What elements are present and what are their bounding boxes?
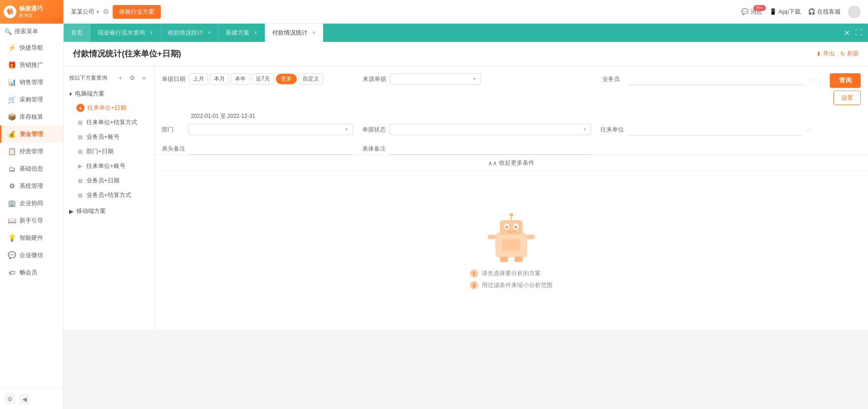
solution-item-label-4: 往来单位+账号 [86,162,125,170]
collapse-btn[interactable]: ∧∧ 收起更多条件 [488,159,534,167]
solution-item-counterpart-settlement[interactable]: ▦ 往来单位+结算方式 [64,115,154,130]
guide-icon: 📖 [8,217,16,225]
online-service-label: 在线客服 [817,8,841,16]
sidebar-item-sales[interactable]: 📊 销售管理 [0,74,63,91]
collapse-icon: ∧∧ [488,160,497,167]
trial-btn[interactable]: 体验行业方案 [113,5,161,19]
date-btn-this-month[interactable]: 本月 [210,73,229,85]
filter-head-note-item: 表头备注 [162,143,353,155]
sidebar-search-label: 搜索菜单 [15,27,38,35]
tab-close-all-btn[interactable]: ✕ [842,29,852,37]
solution-item-dept-date[interactable]: ▦ 部门+日期 [64,144,154,159]
sidebar-item-hardware[interactable]: 💡 智能硬件 [0,229,63,247]
solution-desktop-header[interactable]: ▾ 电脑端方案 [64,87,154,101]
sidebar-item-purchase[interactable]: 🛒 采购管理 [0,91,63,108]
filter-settings-btn[interactable]: 设置 [833,91,861,105]
solution-add-btn[interactable]: + [116,73,125,82]
head-note-input[interactable] [189,143,353,155]
sidebar-item-inventory[interactable]: 📦 库存核算 [0,108,63,126]
counterpart-input[interactable] [628,124,802,136]
wechat-icon: 💬 [8,251,16,259]
date-range-text: 2022-01-01 至 2022-12-31 [191,113,255,119]
query-btn[interactable]: 查询 [830,73,861,88]
sidebar-item-basic[interactable]: 🗂 基础信息 [0,160,63,177]
body-note-input[interactable] [389,143,592,155]
solution-item-label-6: 业务员+结算方式 [86,191,131,199]
solution-item-staff-account[interactable]: ▦ 业务员+账号 [64,130,154,144]
date-btn-7days[interactable]: 近7天 [252,73,274,85]
sidebar-settings-icon: ⚙ [7,396,13,403]
tab-collection[interactable]: 收款情况统计 × [160,24,219,42]
sidebar-item-operation[interactable]: 📋 经营管理 [0,143,63,160]
tab-new-plan-close[interactable]: × [254,30,257,36]
marketing-label: 营销推广 [20,61,43,69]
sidebar-item-enterprise[interactable]: 🏢 企业协同 [0,195,63,212]
wechat-label: 企业微信 [20,251,43,259]
dept-select[interactable]: ▾ [188,124,353,135]
app-name-block: 畅捷通巧 标准版 [19,5,43,19]
solution-mobile-label: 移动端方案 [76,207,106,215]
tab-payment[interactable]: 付款情况统计 × [265,24,323,42]
collapse-label: 收起更多条件 [499,159,534,167]
date-label: 单据日期 [162,75,185,83]
sidebar-item-capital[interactable]: 💰 资金管理 [0,126,63,143]
sidebar-settings-btn[interactable]: ⚙ [5,394,15,404]
sidebar-item-member[interactable]: 🏷 畅会员 [0,264,63,281]
enterprise-icon: 🏢 [8,199,16,207]
tab-collection-label: 收款情况统计 [168,29,203,37]
tab-home[interactable]: 首页 [64,24,90,42]
solution-mobile-group[interactable]: ▶ 移动端方案 [64,204,154,218]
svg-point-4 [505,226,508,228]
staff-more-icon[interactable]: ··· [808,76,813,83]
user-avatar[interactable] [848,5,861,18]
message-btn[interactable]: 💬 消息 99+ [741,8,762,16]
empty-hints: 1 请先选择要分析的方案 2 用过滤条件来缩小分析范围 [470,269,553,289]
app-download-icon: 📱 [769,8,777,15]
date-btn-more[interactable]: 更多 [276,74,297,84]
guide-label: 新手引导 [20,217,43,225]
sidebar-item-marketing[interactable]: 🎁 营销推广 [0,56,63,74]
tab-spacer [323,24,838,42]
tab-payment-close[interactable]: × [312,30,315,36]
chevron-right-icon: ▶ [69,208,74,215]
sidebar-item-system[interactable]: ⚙ 系统管理 [0,177,63,195]
enterprise-label: 企业协同 [20,199,43,207]
sidebar-item-wechat[interactable]: 💬 企业微信 [0,247,63,264]
solution-item-staff-settlement[interactable]: ▦ 业务员+结算方式 [64,188,154,202]
solution-item-icon-3: ▦ [76,148,84,155]
solution-collapse-btn[interactable]: « [140,73,149,82]
collapse-bar: ∧∧ 收起更多条件 [155,155,868,171]
tab-collection-close[interactable]: × [208,30,211,36]
filter-dept-item: 部门 ▾ [162,124,353,135]
refresh-btn[interactable]: ↻ 刷新 [840,50,859,58]
export-btn[interactable]: ⬆ 导出 [816,50,835,58]
company-selector[interactable]: 某某公司 ▾ [71,8,99,16]
date-btn-this-year[interactable]: 本年 [231,73,250,85]
solution-item-icon-1: ▦ [76,119,84,126]
tab-cash-flow-close[interactable]: × [150,30,153,36]
solution-active-circle: ● [76,104,85,112]
tab-expand-btn[interactable]: ⛶ [853,29,864,37]
sidebar-item-guide[interactable]: 📖 新手引导 [0,212,63,229]
tab-cash-flow[interactable]: 现金银行流水查询 × [90,24,160,42]
sidebar: 畅 畅捷通巧 标准版 🔍 搜索菜单 ⚡ 快捷导航 🎁 营销推广 📊 销售管理 🛒… [0,0,64,409]
counterpart-more-icon[interactable]: ··· [806,126,811,133]
app-download-btn[interactable]: 📱 App下载 [769,8,801,16]
sidebar-item-quick-nav[interactable]: ⚡ 快捷导航 [0,39,63,56]
solution-settings-btn[interactable]: ⚙ [128,73,137,82]
source-select[interactable]: ▾ [390,73,481,85]
staff-input[interactable] [629,73,805,85]
tab-new-plan[interactable]: 新建方案 × [219,24,265,42]
sidebar-collapse-btn[interactable]: ◀ [19,394,30,404]
date-btn-custom[interactable]: 自定义 [299,73,323,85]
solution-item-counterpart-account[interactable]: ▶ 往来单位+账号 [64,159,154,173]
online-service-btn[interactable]: 🎧 在线客服 [808,8,841,16]
solution-item-staff-date[interactable]: ▦ 业务员+日期 [64,173,154,188]
topbar-gear-icon[interactable]: ⚙ [103,7,109,16]
filter-row-1: 单据日期 上月 本月 本年 近7天 更多 自定义 [162,73,861,105]
solution-item-label-3: 部门+日期 [86,147,114,156]
date-btn-last-month[interactable]: 上月 [189,73,208,85]
solution-item-counterpart-date[interactable]: ● 往来单位+日期 [64,101,154,115]
status-select[interactable]: ▾ [389,124,592,135]
sidebar-search[interactable]: 🔍 搜索菜单 [0,24,63,39]
